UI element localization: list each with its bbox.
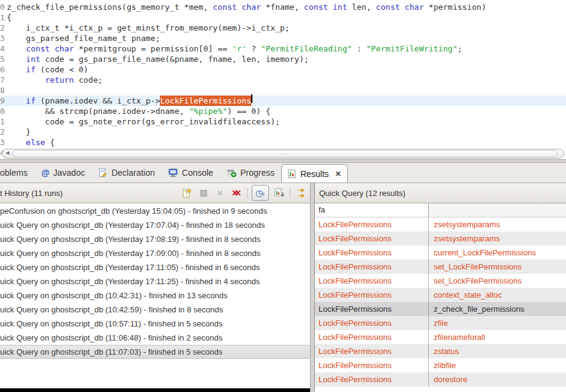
editor-horizontal-scrollbar[interactable]: ◀ ··· xyxy=(2,149,564,159)
result-cell-element: LockFilePermissions xyxy=(315,358,429,372)
line-number: 9 xyxy=(0,96,7,106)
history-run-row[interactable]: uick Query on ghostscript_db (Yesterday … xyxy=(0,274,310,288)
history-run-row[interactable]: uick Query on ghostscript_db (11:07:03) … xyxy=(0,345,310,359)
results-icon xyxy=(288,170,296,178)
result-cell-element: LockFilePermissions xyxy=(315,344,429,358)
toolbar-separator xyxy=(247,188,247,198)
scrollbar-left-arrow-icon[interactable]: ◀ xyxy=(6,150,9,156)
code-text: char xyxy=(242,2,261,12)
code-line: 8 xyxy=(0,85,566,96)
tab-declaration[interactable]: Declaration xyxy=(92,163,162,183)
result-row[interactable]: LockFilePermissionsdorestore xyxy=(315,372,566,386)
scrollbar-thumb[interactable]: ··· xyxy=(12,150,557,157)
line-number: 8 xyxy=(0,85,7,96)
line-number: 2 xyxy=(0,23,7,33)
result-cell-element: LockFilePermissions xyxy=(315,330,429,344)
bottom-black-strip xyxy=(0,388,310,392)
code-text: const xyxy=(376,2,400,12)
code-text: "%pipe%" xyxy=(189,106,227,116)
line-number: 3 xyxy=(0,33,7,43)
tab-oblems[interactable]: oblems xyxy=(0,163,34,183)
remove-all-icon[interactable]: ✕✕ xyxy=(230,187,243,199)
tab-javadoc[interactable]: @Javadoc xyxy=(34,163,92,183)
filter-input[interactable]: fa xyxy=(315,203,429,217)
history-run-row[interactable]: uick Query on ghostscript_db (Yesterday … xyxy=(0,232,310,246)
result-cell-element: LockFilePermissions xyxy=(315,260,429,274)
history-run-row[interactable]: uick Query on ghostscript_db (10:57:11) … xyxy=(0,317,310,331)
result-cell-location: zsetsystemparams xyxy=(429,217,566,232)
tab-label: oblems xyxy=(0,168,28,178)
result-row[interactable]: LockFilePermissionscontext_state_alloc xyxy=(315,288,566,302)
result-cell-location: context_state_alloc xyxy=(429,288,566,302)
history-run-row[interactable]: uick Query on ghostscript_db (Yesterday … xyxy=(0,218,310,232)
code-text: const xyxy=(304,2,328,12)
tab-label: Results xyxy=(300,169,329,179)
code-text: int xyxy=(26,54,40,64)
result-row[interactable]: LockFilePermissionszsetsystemparams xyxy=(315,217,566,232)
result-cell-location: zstatus xyxy=(429,344,566,358)
sort-by-time-button[interactable]: ◷↓ xyxy=(252,185,269,201)
history-run-row[interactable]: peConfusion on ghostscript_db (Yesterday… xyxy=(0,204,310,218)
result-cell-location: zfilenameforall xyxy=(429,330,566,344)
result-row[interactable]: LockFilePermissionsz_check_file_permissi… xyxy=(315,302,566,316)
line-number: 3 xyxy=(0,137,7,148)
result-cell-element: LockFilePermissions xyxy=(315,246,429,260)
result-row[interactable]: LockFilePermissionscurrent_LockFilePermi… xyxy=(315,246,566,260)
code-text: int xyxy=(333,2,347,12)
history-run-row[interactable]: uick Query on ghostscript_db (Yesterday … xyxy=(0,246,310,260)
result-row[interactable]: LockFilePermissionszlibfile xyxy=(315,358,566,372)
result-row[interactable]: LockFilePermissionszsetsystemparams xyxy=(315,232,566,246)
code-text xyxy=(237,2,242,12)
code-line: 0z_check_file_permissions(gs_memory_t *m… xyxy=(0,2,566,12)
code-text: "PermitFileWriting" xyxy=(366,43,458,54)
jump-to-results-icon[interactable]: ⇥⇥ xyxy=(295,187,307,199)
stop-icon[interactable] xyxy=(197,187,209,199)
occurrence-highlight: LockFilePermissions xyxy=(160,96,251,106)
progress-icon xyxy=(227,168,236,178)
down-arrow-glyph: ↓ xyxy=(262,190,265,197)
tab-label: Javadoc xyxy=(53,168,85,178)
code-text xyxy=(7,137,26,148)
result-row[interactable]: LockFilePermissionsset_LockFilePermissio… xyxy=(315,260,566,274)
code-text xyxy=(7,54,26,64)
remove-icon[interactable]: ✕ xyxy=(214,187,226,199)
jump-glyph: ⇥⇥ xyxy=(298,187,303,198)
code-text: i_ctx_t *i_ctx_p = get_minst_from_memory… xyxy=(7,23,290,33)
sort-by-results-icon[interactable] xyxy=(273,187,285,199)
result-row[interactable]: LockFilePermissionszfilenameforall xyxy=(315,330,566,344)
code-editor[interactable]: 0z_check_file_permissions(gs_memory_t *m… xyxy=(0,0,566,159)
tab-console[interactable]: Console xyxy=(162,163,220,183)
tab-progress[interactable]: Progress xyxy=(220,163,281,183)
export-report-icon[interactable]: ? xyxy=(181,187,193,199)
code-text: : xyxy=(352,43,366,54)
code-line: 2 i_ctx_t *i_ctx_p = get_minst_from_memo… xyxy=(0,23,566,33)
tab-label: Progress xyxy=(240,168,274,178)
code-text: && strcmp(pname.iodev->dname, xyxy=(7,106,189,116)
result-cell-element: LockFilePermissions xyxy=(315,217,429,232)
history-run-row[interactable]: uick Query on ghostscript_db (10:42:59) … xyxy=(0,303,310,317)
history-run-row[interactable]: uick Query on ghostscript_db (Yesterday … xyxy=(0,260,310,274)
code-line: 3 else { xyxy=(0,137,566,148)
result-cell-location: set_LockFilePermissions xyxy=(429,260,566,274)
code-text: *permission) xyxy=(424,2,486,12)
tab-results[interactable]: Results✕ xyxy=(281,164,348,183)
result-cell-location: z_check_file_permissions xyxy=(429,302,566,316)
code-text: if xyxy=(26,96,36,106)
result-row[interactable]: LockFilePermissionszfile xyxy=(315,316,566,330)
tab-close-icon[interactable]: ✕ xyxy=(335,170,341,178)
line-number: 0 xyxy=(0,106,7,116)
code-text: code = gs_note_error(gs_error_invalidfil… xyxy=(7,116,280,127)
toolbar-separator xyxy=(290,188,290,198)
history-run-row[interactable]: uick Query on ghostscript_db (10:42:31) … xyxy=(0,288,310,303)
result-row[interactable]: LockFilePermissionsset_LockFilePermissio… xyxy=(315,274,566,288)
result-row[interactable]: LockFilePermissionszstatus xyxy=(315,344,566,358)
code-text: z_check_file_permissions(gs_memory_t *me… xyxy=(7,2,213,12)
code-text xyxy=(7,43,26,54)
at-icon: @ xyxy=(41,168,50,178)
vertical-sash[interactable] xyxy=(310,183,315,392)
code-text: const xyxy=(213,2,237,12)
history-run-row[interactable]: uick Query on ghostscript_db (11:06:48) … xyxy=(0,331,310,345)
quick-query-header: Quick Query (12 results) xyxy=(315,183,566,203)
code-text: { xyxy=(7,12,12,23)
result-cell-element: LockFilePermissions xyxy=(315,316,429,330)
